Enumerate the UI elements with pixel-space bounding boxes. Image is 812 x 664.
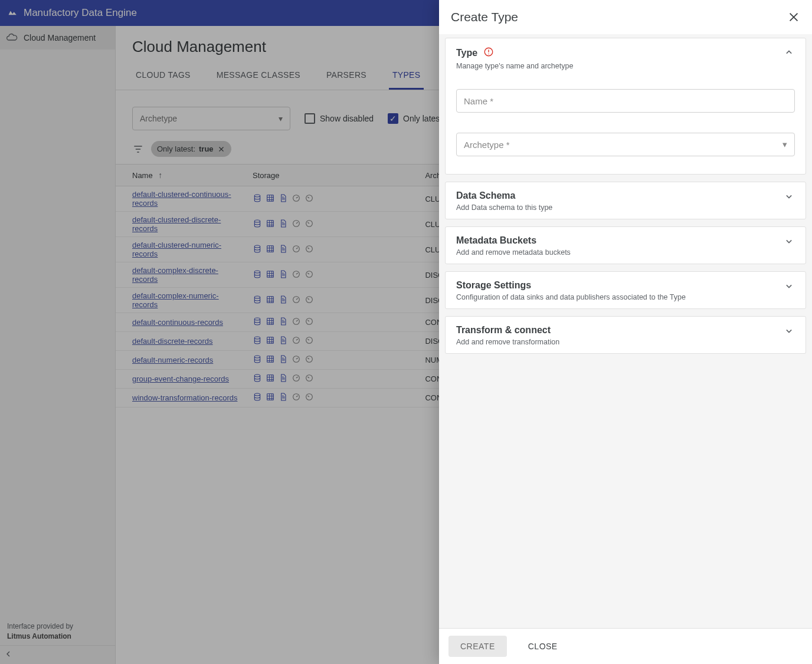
panel-data-schema-header[interactable]: Data Schema Add Data schema to this type (446, 182, 806, 219)
close-button[interactable]: CLOSE (516, 636, 569, 657)
chevron-up-icon (783, 47, 795, 58)
chevron-down-icon (783, 235, 795, 247)
panel-type-sub: Manage type's name and archetype (456, 62, 573, 70)
panel-transform-header[interactable]: Transform & connect Add and remove trans… (446, 317, 806, 353)
panel-transform-connect: Transform & connect Add and remove trans… (445, 316, 806, 354)
panel-meta-title: Metadata Buckets (456, 235, 571, 246)
panel-storage-title: Storage Settings (456, 280, 686, 291)
create-button[interactable]: CREATE (448, 636, 507, 657)
create-type-drawer: Create Type Type Manage type's name and … (439, 0, 812, 664)
alert-icon (483, 47, 494, 60)
chevron-down-icon (783, 190, 795, 202)
panel-storage-header[interactable]: Storage Settings Configuration of data s… (446, 272, 806, 308)
chevron-down-icon (783, 325, 795, 337)
panel-storage-settings: Storage Settings Configuration of data s… (445, 271, 806, 309)
panel-meta-sub: Add and remove metadata buckets (456, 248, 571, 257)
panel-transform-sub: Add and remove transformation (456, 338, 559, 346)
panel-schema-title: Data Schema (456, 190, 552, 201)
svg-point-41 (488, 54, 489, 55)
type-name-input[interactable] (456, 89, 795, 113)
type-archetype-select[interactable]: Archetype * ▾ (456, 133, 795, 156)
panel-type: Type Manage type's name and archetype Ar… (445, 38, 806, 175)
panel-type-title: Type (456, 48, 477, 58)
close-icon[interactable] (787, 11, 800, 24)
panel-transform-title: Transform & connect (456, 325, 559, 336)
panel-metadata-header[interactable]: Metadata Buckets Add and remove metadata… (446, 227, 806, 264)
type-archetype-placeholder: Archetype * (464, 140, 510, 150)
panel-type-header[interactable]: Type Manage type's name and archetype (446, 38, 806, 77)
panel-metadata-buckets: Metadata Buckets Add and remove metadata… (445, 226, 806, 264)
chevron-down-icon: ▾ (782, 139, 787, 150)
drawer-title: Create Type (451, 10, 518, 24)
panel-storage-sub: Configuration of data sinks and data pub… (456, 293, 686, 301)
panel-schema-sub: Add Data schema to this type (456, 203, 552, 212)
panel-data-schema: Data Schema Add Data schema to this type (445, 182, 806, 219)
chevron-down-icon (783, 280, 795, 292)
